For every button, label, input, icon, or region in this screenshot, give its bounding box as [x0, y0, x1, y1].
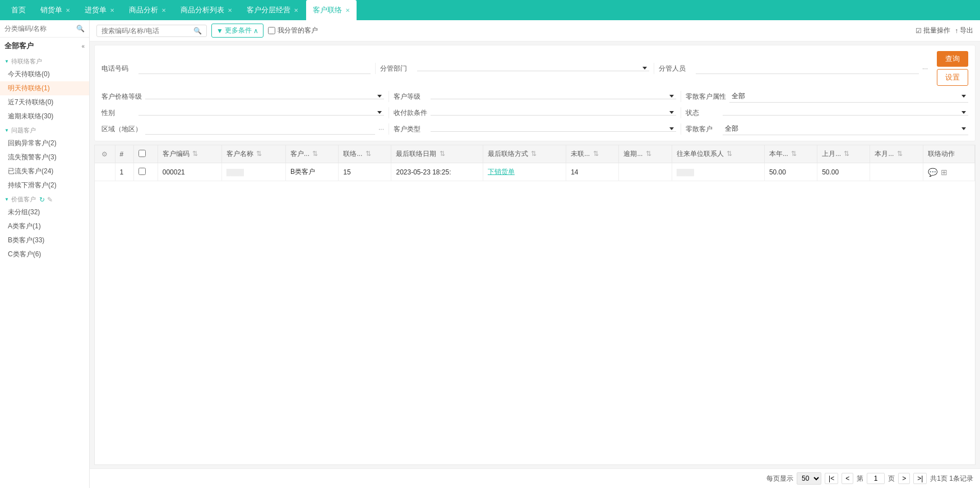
sidebar-item-overdue-contact[interactable]: 逾期未联络(30) — [0, 109, 89, 123]
sidebar-item-a-class[interactable]: A类客户(1) — [0, 219, 89, 233]
triangle-icon: ▼ — [4, 128, 9, 133]
search-icon[interactable]: 🔍 — [193, 27, 202, 35]
grid-icon[interactable]: ⊞ — [941, 168, 947, 177]
sidebar-item-today-contact[interactable]: 今天待联络(0) — [0, 67, 89, 81]
all-customers-header[interactable]: 全部客户 « — [0, 38, 89, 54]
close-icon[interactable]: ✕ — [110, 7, 114, 13]
collapse-icon[interactable]: « — [81, 43, 85, 49]
sidebar-search-input[interactable] — [4, 25, 74, 33]
area-more-icon[interactable]: ··· — [378, 125, 384, 133]
customer-type-select[interactable] — [431, 126, 676, 132]
customer-level-label: 客户等级 — [394, 92, 427, 102]
td-unit-contact: ████ — [672, 163, 764, 181]
next-page-button[interactable]: > — [898, 473, 910, 484]
price-level-select[interactable] — [145, 94, 384, 99]
batch-button[interactable]: ☑ 批量操作 — [916, 26, 950, 35]
customer-level-select[interactable] — [431, 94, 676, 99]
nav-purchase[interactable]: 进货单 ✕ — [78, 0, 121, 20]
page-input[interactable] — [867, 473, 885, 484]
nav-home[interactable]: 首页 — [4, 0, 33, 20]
filter-phone: 电话号码 — [101, 63, 371, 74]
th-code[interactable]: 客户编码 ⇅ — [158, 145, 221, 163]
close-icon[interactable]: ✕ — [345, 7, 350, 13]
sidebar-item-tomorrow-contact[interactable]: 明天待联络(1) — [0, 81, 89, 95]
phone-input[interactable] — [138, 63, 371, 74]
last-page-button[interactable]: >| — [913, 473, 927, 484]
th-last-method[interactable]: 最后联络方式 ⇅ — [483, 145, 566, 163]
refresh-icon[interactable]: ↻ — [39, 196, 45, 204]
manager-more-icon[interactable]: ··· — [922, 65, 928, 72]
nav-analysis-list[interactable]: 商品分析列表 ✕ — [174, 0, 239, 20]
status-select[interactable] — [723, 110, 968, 116]
search-input[interactable] — [101, 27, 191, 35]
customer-type-label: 客户类型 — [394, 125, 427, 134]
export-button[interactable]: ↑ 导出 — [955, 26, 973, 35]
th-type[interactable]: 客户... ⇅ — [285, 145, 338, 163]
group-value-customers: ▼ 价值客户 ↻ ✎ — [0, 192, 89, 205]
triangle-icon: ▼ — [4, 197, 9, 202]
filter-gender: 性别 — [101, 108, 384, 118]
manager-input[interactable] — [696, 63, 919, 74]
td-type: B类客户 — [285, 163, 338, 181]
first-page-button[interactable]: |< — [825, 473, 838, 484]
nav-customer-contact[interactable]: 客户联络 ✕ — [306, 0, 357, 20]
comment-icon[interactable]: 💬 — [928, 168, 937, 177]
data-table: ⚙ # 客户编码 ⇅ 客户名称 ⇅ 客户... ⇅ 联络... ⇅ 最后联络日期… — [95, 145, 975, 181]
retail-attr-select[interactable]: 全部 — [729, 90, 968, 103]
sidebar-item-ungrouped[interactable]: 未分组(32) — [0, 205, 89, 219]
th-this-year[interactable]: 本年... ⇅ — [764, 145, 817, 163]
settings-icon[interactable]: ⚙ — [101, 150, 108, 158]
row-checkbox[interactable] — [138, 168, 146, 175]
td-code: 000021 — [158, 163, 221, 181]
my-customers-checkbox-label[interactable]: 我分管的客户 — [268, 26, 318, 35]
last-method-link[interactable]: 下销货单 — [488, 168, 515, 176]
settings-button[interactable]: 设置 — [937, 69, 968, 86]
group-pending-contact: ▼ 待联络客户 — [0, 54, 89, 67]
th-uncontacted[interactable]: 未联... ⇅ — [566, 145, 619, 163]
payment-select[interactable] — [431, 110, 676, 116]
filter-price-level: 客户价格等级 — [101, 92, 384, 102]
sidebar-item-b-class[interactable]: B类客户(33) — [0, 233, 89, 247]
close-icon[interactable]: ✕ — [228, 7, 232, 13]
th-gear[interactable]: ⚙ — [95, 145, 115, 163]
th-contact[interactable]: 联络... ⇅ — [339, 145, 391, 163]
th-overdue[interactable]: 逾期... ⇅ — [619, 145, 672, 163]
close-icon[interactable]: ✕ — [161, 7, 166, 13]
th-name[interactable]: 客户名称 ⇅ — [221, 145, 285, 163]
sidebar-item-churn-warning[interactable]: 流失预警客户(3) — [0, 150, 89, 164]
nav-customer-tier[interactable]: 客户分层经营 ✕ — [240, 0, 305, 20]
sort-icon: ⇅ — [192, 150, 198, 158]
sidebar-item-repurchase-abnormal[interactable]: 回购异常客户(2) — [0, 136, 89, 150]
td-last-month: 50.00 — [817, 163, 870, 181]
gender-select[interactable] — [138, 110, 384, 116]
search-box[interactable]: 🔍 — [96, 25, 207, 37]
per-page-select[interactable]: 50 — [797, 472, 821, 485]
area-input[interactable] — [145, 124, 375, 135]
close-icon[interactable]: ✕ — [294, 7, 298, 13]
dept-select[interactable] — [417, 66, 649, 71]
filter-area: 区域（地区） ··· — [101, 124, 384, 135]
filter-button[interactable]: ▼ 更多条件 ∧ — [211, 24, 264, 38]
prev-page-button[interactable]: < — [842, 473, 853, 484]
search-icon[interactable]: 🔍 — [76, 25, 85, 33]
sidebar-item-declining[interactable]: 持续下滑客户(2) — [0, 178, 89, 192]
edit-icon[interactable]: ✎ — [47, 196, 53, 204]
sidebar-item-7day-contact[interactable]: 近7天待联络(0) — [0, 95, 89, 109]
th-unit-contact[interactable]: 往来单位联系人 ⇅ — [672, 145, 764, 163]
sidebar-item-churned[interactable]: 已流失客户(24) — [0, 164, 89, 178]
nav-sales[interactable]: 销货单 ✕ — [34, 0, 77, 20]
sidebar: 🔍 全部客户 « ▼ 待联络客户 今天待联络(0) 明天待联络(1) 近7天待联… — [0, 20, 90, 488]
sidebar-item-c-class[interactable]: C类客户(6) — [0, 247, 89, 261]
th-last-month[interactable]: 上月... ⇅ — [817, 145, 870, 163]
filter-customer-level: 客户等级 — [394, 92, 676, 102]
retail-customer-select[interactable]: 全部 — [723, 123, 968, 135]
th-last-date[interactable]: 最后联络日期 ⇅ — [391, 145, 483, 163]
close-icon[interactable]: ✕ — [66, 7, 70, 13]
select-all-checkbox[interactable] — [138, 150, 146, 157]
th-this-month[interactable]: 本月... ⇅ — [870, 145, 923, 163]
sidebar-search-box[interactable]: 🔍 — [0, 20, 89, 38]
filter-buttons: 查询 设置 — [937, 51, 968, 86]
query-button[interactable]: 查询 — [937, 51, 968, 67]
nav-analysis[interactable]: 商品分析 ✕ — [122, 0, 173, 20]
my-customers-checkbox[interactable] — [268, 27, 275, 34]
